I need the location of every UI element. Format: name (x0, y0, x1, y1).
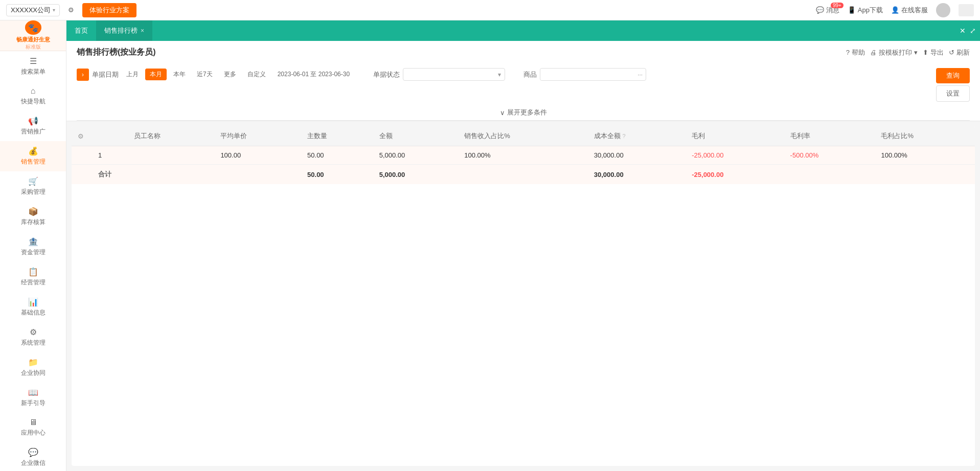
finance-icon: 🏦 (28, 237, 38, 246)
date-btn-this-month[interactable]: 本月 (145, 69, 167, 80)
goods-input[interactable] (540, 69, 634, 80)
row-gross-pct: 100.00% (875, 146, 975, 165)
summary-label: 合计 (92, 165, 214, 185)
sidebar-item-finance[interactable]: 🏦 资金管理 (0, 232, 66, 262)
summary-settings (72, 165, 92, 185)
col-gross-profit: 毛利 (686, 126, 784, 146)
sidebar-item-label: 应用中心 (21, 429, 45, 437)
row-total: 5,000.00 (373, 146, 459, 165)
expand-more-button[interactable]: ∨ 展开更多条件 (500, 108, 547, 117)
settings-icon[interactable]: ⚙ (64, 3, 78, 17)
table-header-row: ⚙ 员工名称 平均单价 主数量 全额 销售收入占比% 成本全额 ? (72, 126, 975, 146)
trial-button[interactable]: 体验行业方案 (82, 3, 136, 17)
col-total: 全额 (373, 126, 459, 146)
filter-arrow-icon[interactable]: › (77, 69, 89, 81)
chevron-down-icon: ▾ (53, 7, 55, 13)
col-settings: ⚙ (72, 126, 92, 146)
export-button[interactable]: ⬆ 导出 (923, 48, 944, 57)
expand-label: 展开更多条件 (507, 108, 547, 117)
expand-row: ∨ 展开更多条件 (77, 102, 970, 120)
logo-text: 畅康通好生意 (16, 36, 50, 43)
enterprise-icon: 📁 (28, 357, 38, 367)
sidebar-item-basic-info[interactable]: 📊 基础信息 (0, 292, 66, 322)
filter-right-col: 查询 设置 (936, 68, 970, 102)
sidebar-item-inventory[interactable]: 📦 库存核算 (0, 201, 66, 232)
status-select-wrapper (403, 68, 505, 81)
sidebar-item-label: 企业微信 (21, 459, 45, 467)
row-rank: 1 (92, 146, 128, 165)
inventory-icon: 📦 (28, 207, 38, 216)
date-btn-custom[interactable]: 自定义 (243, 69, 270, 80)
sidebar-item-label: 经营管理 (21, 278, 45, 287)
message-button[interactable]: 💬 消息 99+ (816, 6, 839, 15)
query-button[interactable]: 查询 (936, 68, 970, 83)
purchase-icon: 🛒 (28, 176, 38, 186)
sidebar-item-label: 搜索菜单 (21, 68, 45, 76)
tab-close-icon[interactable]: × (141, 27, 144, 34)
company-selector[interactable]: XXXXXX公司 ▾ (6, 4, 60, 16)
goods-more-icon[interactable]: ··· (634, 71, 646, 78)
goods-input-wrapper: ··· (540, 68, 646, 81)
status-select[interactable] (403, 68, 505, 81)
sidebar-item-app-center[interactable]: 🖥 应用中心 (0, 413, 66, 442)
sidebar-item-system[interactable]: ⚙ 系统管理 (0, 322, 66, 352)
table-footer: 合计 50.00 5,000.00 30,000.00 -25,000.00 (72, 165, 975, 185)
avatar[interactable] (936, 3, 950, 17)
logo-area: 🐾 畅康通好生意 标准版 (0, 20, 66, 51)
help-icon: ? (846, 49, 850, 56)
sidebar-item-quicknav[interactable]: ⌂ 快捷导航 (0, 81, 66, 111)
summary-row: 合计 50.00 5,000.00 30,000.00 -25,000.00 (72, 165, 975, 185)
app-label: App下载 (858, 6, 883, 15)
guide-icon: 📖 (28, 388, 38, 397)
sidebar-item-purchase[interactable]: 🛒 采购管理 (0, 171, 66, 201)
summary-cost-total: 30,000.00 (588, 165, 686, 185)
message-icon: 💬 (816, 6, 824, 14)
tab-sales-ranking[interactable]: 销售排行榜 × (96, 20, 152, 41)
app-download-button[interactable]: 📱 App下载 (848, 6, 883, 15)
tab-expand-icon[interactable]: ⤢ (970, 27, 976, 35)
print-button[interactable]: 🖨 按模板打印 ▾ (870, 48, 918, 57)
app-icon: 📱 (848, 6, 856, 14)
refresh-button[interactable]: ↺ 刷新 (949, 48, 970, 57)
sidebar-item-operations[interactable]: 📋 经营管理 (0, 262, 66, 292)
info-icon: 📊 (28, 297, 38, 307)
date-label: 单据日期 (92, 70, 119, 79)
user-name-placeholder (959, 4, 974, 16)
tab-close-all-icon[interactable]: ✕ (960, 27, 966, 35)
sidebar-item-search[interactable]: ☰ 搜索菜单 (0, 51, 66, 81)
date-btn-7days[interactable]: 近7天 (192, 69, 217, 80)
settings-button[interactable]: 设置 (936, 85, 970, 102)
col-cost-total: 成本全额 ? (588, 126, 686, 146)
online-service-button[interactable]: 👤 在线客服 (891, 6, 928, 15)
sidebar-item-wechat[interactable]: 💬 企业微信 (0, 442, 66, 471)
sidebar-item-label: 快捷导航 (21, 97, 45, 106)
sidebar-item-sales[interactable]: 💰 销售管理 (0, 141, 66, 171)
date-btn-more[interactable]: 更多 (219, 69, 241, 80)
sidebar-item-label: 资金管理 (21, 248, 45, 257)
tab-home[interactable]: 首页 (66, 20, 96, 41)
sidebar-item-guide[interactable]: 📖 新手引导 (0, 383, 66, 413)
sidebar-item-marketing[interactable]: 📢 营销推广 (0, 111, 66, 141)
help-label: 帮助 (852, 48, 865, 57)
sales-icon: 💰 (28, 146, 38, 156)
date-range: 2023-06-01 至 2023-06-30 (278, 70, 350, 79)
sidebar: 🐾 畅康通好生意 标准版 ☰ 搜索菜单 ⌂ 快捷导航 📢 营销推广 💰 销售管理… (0, 20, 66, 471)
row-qty: 50.00 (301, 146, 373, 165)
refresh-label: 刷新 (956, 48, 970, 57)
date-btn-last-month[interactable]: 上月 (122, 69, 143, 80)
col-name: 员工名称 (128, 126, 215, 146)
cost-help-icon[interactable]: ? (622, 133, 625, 139)
sidebar-item-label: 采购管理 (21, 188, 45, 196)
sidebar-item-enterprise[interactable]: 📁 企业协同 (0, 352, 66, 383)
print-label: 按模板打印 (879, 48, 912, 57)
service-label: 在线客服 (901, 6, 928, 15)
company-name: XXXXXX公司 (11, 6, 51, 15)
row-avg-price: 100.00 (214, 146, 301, 165)
row-gross-profit: -25,000.00 (686, 146, 784, 165)
marketing-icon: 📢 (28, 116, 38, 126)
sidebar-item-label: 系统管理 (21, 339, 45, 347)
export-icon: ⬆ (923, 49, 928, 56)
help-button[interactable]: ? 帮助 (846, 48, 865, 57)
date-btn-this-year[interactable]: 本年 (169, 69, 190, 80)
table-settings-icon[interactable]: ⚙ (78, 132, 84, 140)
